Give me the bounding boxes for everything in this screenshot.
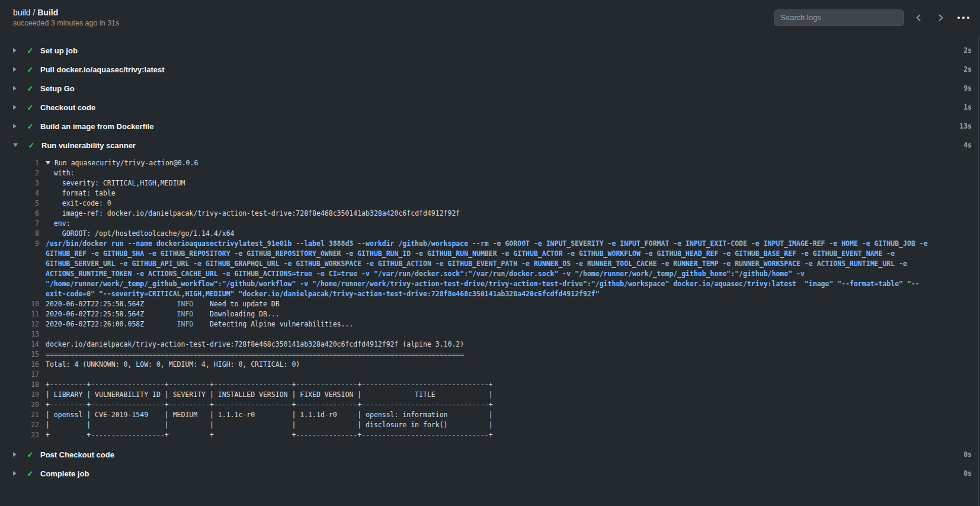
step-row[interactable]: ✓Pull docker.io/aquasec/trivy:latest2s: [0, 60, 980, 79]
check-icon: ✓: [26, 141, 37, 150]
line-number[interactable]: 8: [13, 229, 39, 239]
line-number[interactable]: 3: [13, 178, 39, 188]
line-number[interactable]: 14: [13, 340, 39, 350]
log-segment: | | | | | | disclosure in fork() |: [46, 421, 493, 429]
log-text: 2020-06-02T22:25:58.564Z INFO Need to up…: [46, 299, 980, 309]
step-row[interactable]: ✓Complete job0s: [0, 464, 980, 483]
next-match-button[interactable]: [933, 9, 949, 26]
log-segment: | LIBRARY | VULNERABILITY ID | SEVERITY …: [46, 390, 493, 399]
log-line: 6 image-ref: docker.io/danielpacak/trivy…: [0, 209, 980, 219]
line-number[interactable]: 13: [13, 329, 39, 340]
line-number[interactable]: 20: [13, 400, 39, 410]
log-text: | LIBRARY | VULNERABILITY ID | SEVERITY …: [46, 390, 980, 400]
log-segment: Need to update DB: [193, 300, 279, 308]
log-line: 19| LIBRARY | VULNERABILITY ID | SEVERIT…: [0, 390, 980, 400]
check-icon: ✓: [25, 122, 36, 131]
job-title: build / Build: [13, 8, 119, 17]
step-row[interactable]: ✓Setup Go9s: [0, 79, 980, 98]
more-options-button[interactable]: [955, 9, 972, 26]
prev-match-button[interactable]: [910, 9, 927, 26]
chevron-right-icon: [937, 14, 944, 22]
log-segment: with:: [46, 169, 74, 177]
step-label: Set up job: [40, 46, 963, 55]
log-text: [46, 329, 980, 340]
log-segment: Downloading DB...: [193, 310, 279, 318]
log-line: 17: [0, 370, 980, 380]
job-header: build / Build succeeded 3 minutes ago in…: [0, 0, 980, 36]
step-label: Run vulnerability scanner: [41, 141, 963, 150]
log-line: 9/usr/bin/docker run --name dockerioaqua…: [0, 239, 980, 299]
log-segment: format: table: [46, 189, 116, 197]
log-segment: severity: CRITICAL,HIGH,MEDIUM: [46, 179, 185, 187]
log-line: 16Total: 4 (UNKNOWN: 0, LOW: 0, MEDIUM: …: [0, 360, 980, 370]
line-number[interactable]: 17: [13, 370, 39, 380]
log-line: 8 GOROOT: /opt/hostedtoolcache/go/1.14.4…: [0, 229, 980, 239]
line-number[interactable]: 22: [13, 420, 39, 430]
log-text: 2020-06-02T22:26:00.058Z INFO Detecting …: [46, 319, 980, 329]
chevron-down-icon: [13, 143, 18, 147]
line-number[interactable]: 4: [13, 188, 39, 198]
job-status: succeeded 3 minutes ago in 31s: [13, 19, 119, 27]
step-row[interactable]: ✓Post Checkout code0s: [0, 445, 980, 464]
log-line: 13: [0, 329, 980, 340]
line-number[interactable]: 11: [13, 309, 39, 319]
log-segment: + +------------------+ + +--------------…: [46, 431, 493, 439]
log-segment: GOROOT: /opt/hostedtoolcache/go/1.14.4/x…: [46, 229, 235, 238]
log-line: 20+---------+------------------+--------…: [0, 400, 980, 410]
step-duration: 1s: [963, 103, 972, 111]
step-row[interactable]: ✓Checkout code1s: [0, 98, 980, 117]
log-text: with:: [46, 168, 980, 178]
log-segment: ========================================…: [46, 350, 464, 358]
actions-log-panel: build / Build succeeded 3 minutes ago in…: [0, 0, 980, 506]
log-line: 7 env:: [0, 219, 980, 229]
step-label: Build an image from Dockerfile: [40, 122, 959, 131]
line-number[interactable]: 21: [13, 410, 39, 420]
line-number[interactable]: 12: [13, 319, 39, 329]
log-segment: 2020-06-02T22:25:58.564Z: [46, 310, 177, 318]
line-number[interactable]: 9: [13, 239, 39, 299]
log-text: | | | | | | disclosure in fork() |: [46, 420, 980, 430]
line-number[interactable]: 5: [13, 198, 39, 209]
log-segment: INFO: [177, 310, 194, 318]
check-icon: ✓: [25, 103, 36, 112]
collapse-group-icon[interactable]: [46, 161, 50, 165]
step-duration: 9s: [963, 84, 972, 92]
log-line: 122020-06-02T22:26:00.058Z INFO Detectin…: [0, 319, 980, 329]
line-number[interactable]: 19: [13, 390, 39, 400]
check-icon: ✓: [25, 450, 36, 459]
chevron-right-icon: [13, 124, 17, 129]
log-segment: | openssl | CVE-2019-1549 | MEDIUM | 1.1…: [46, 411, 493, 419]
line-number[interactable]: 23: [13, 430, 39, 440]
log-segment: +---------+------------------+----------…: [46, 380, 493, 389]
page-title: Build: [37, 8, 58, 17]
line-number[interactable]: 6: [13, 209, 39, 219]
search-input[interactable]: [774, 9, 904, 26]
log-segment: +---------+------------------+----------…: [46, 401, 493, 409]
log-line: 18+---------+------------------+--------…: [0, 380, 980, 390]
chevron-right-icon: [13, 471, 17, 476]
line-number[interactable]: 1: [13, 158, 39, 168]
line-number[interactable]: 2: [13, 168, 39, 178]
line-number[interactable]: 10: [13, 299, 39, 309]
check-icon: ✓: [25, 469, 36, 478]
line-number[interactable]: 16: [13, 360, 39, 370]
step-row[interactable]: ✓Set up job2s: [0, 41, 980, 60]
line-number[interactable]: 7: [13, 219, 39, 229]
step-duration: 0s: [963, 450, 972, 459]
log-line: 2 with:: [0, 168, 980, 178]
log-segment: 2020-06-02T22:25:58.564Z: [46, 300, 177, 308]
step-row[interactable]: ✓Build an image from Dockerfile13s: [0, 117, 980, 136]
log-segment: INFO: [177, 320, 194, 328]
log-text: format: table: [46, 188, 980, 198]
chevron-right-icon: [13, 105, 17, 110]
log-line: 5 exit-code: 0: [0, 198, 980, 209]
chevron-right-icon: [13, 48, 17, 53]
log-text: | openssl | CVE-2019-1549 | MEDIUM | 1.1…: [46, 410, 980, 420]
line-number[interactable]: 18: [13, 380, 39, 390]
log-segment: env:: [46, 219, 71, 228]
log-line: 1Run aquasecurity/trivy-action@0.0.6: [0, 158, 980, 168]
step-row[interactable]: ✓Run vulnerability scanner4s: [0, 136, 980, 155]
log-text: +---------+------------------+----------…: [46, 380, 980, 390]
line-number[interactable]: 15: [13, 350, 39, 360]
log-text: [46, 370, 980, 380]
